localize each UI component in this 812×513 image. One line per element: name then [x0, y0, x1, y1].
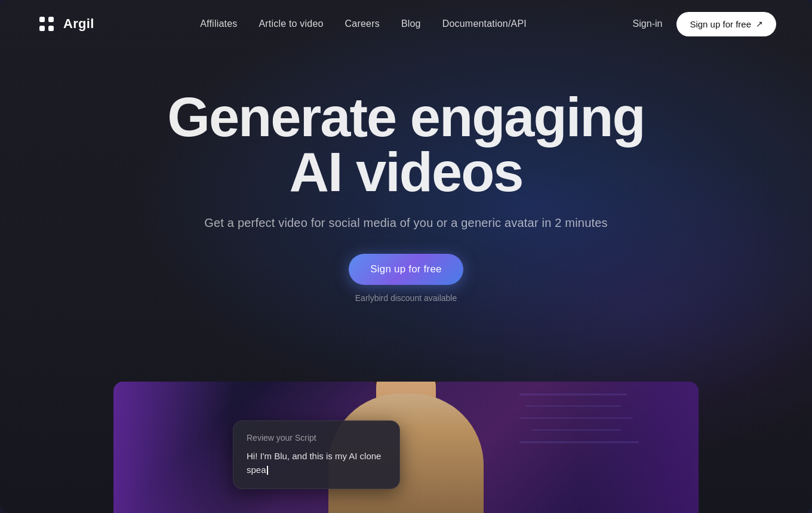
nav-links: Affiliates Article to video Careers Blog… — [200, 19, 527, 29]
svg-rect-1 — [48, 17, 54, 22]
text-cursor — [267, 466, 268, 475]
script-review-card: Review your Script Hi! I'm Blu, and this… — [233, 420, 400, 489]
bg-decoration — [519, 382, 639, 513]
nav-item-docs[interactable]: Documentation/API — [442, 19, 527, 29]
svg-rect-6 — [519, 417, 633, 419]
script-card-text: Hi! I'm Blu, and this is my AI clone spe… — [247, 450, 386, 477]
hero-subtitle: Get a perfect video for social media of … — [204, 216, 608, 230]
hero-title: Generate engaging AI videos — [167, 90, 644, 199]
nav-link-affiliates[interactable]: Affiliates — [200, 19, 237, 29]
nav-link-docs[interactable]: Documentation/API — [442, 19, 527, 29]
signup-button-nav[interactable]: Sign up for free ↗ — [676, 12, 776, 36]
svg-rect-2 — [39, 26, 45, 31]
preview-area: Review your Script Hi! I'm Blu, and this… — [113, 382, 699, 513]
nav-right: Sign-in Sign up for free ↗ — [633, 12, 776, 36]
signup-button-nav-label: Sign up for free — [690, 19, 751, 29]
light-effect-left — [113, 382, 233, 513]
preview-image — [113, 382, 699, 513]
hero-title-line2: AI videos — [289, 142, 522, 202]
earlybird-text: Earlybird discount available — [355, 293, 457, 303]
hero-cta: Sign up for free Earlybird discount avai… — [349, 254, 463, 303]
signup-button-hero[interactable]: Sign up for free — [349, 254, 463, 285]
signup-arrow-icon: ↗ — [756, 19, 763, 29]
svg-rect-5 — [525, 406, 621, 407]
nav-item-article-to-video[interactable]: Article to video — [259, 19, 323, 29]
nav-link-article-to-video[interactable]: Article to video — [259, 19, 323, 29]
svg-rect-4 — [519, 394, 627, 395]
svg-rect-3 — [48, 26, 54, 31]
logo-text: Argil — [63, 16, 94, 32]
sign-in-link[interactable]: Sign-in — [633, 19, 663, 29]
script-card-title: Review your Script — [247, 433, 386, 443]
nav-item-affiliates[interactable]: Affiliates — [200, 19, 237, 29]
logo[interactable]: Argil — [36, 13, 94, 35]
nav-item-blog[interactable]: Blog — [401, 19, 421, 29]
svg-rect-7 — [531, 429, 621, 431]
nav-link-blog[interactable]: Blog — [401, 19, 421, 29]
nav-item-careers[interactable]: Careers — [345, 19, 380, 29]
hero-section: Generate engaging AI videos Get a perfec… — [0, 48, 812, 303]
navbar: Argil Affiliates Article to video Career… — [0, 0, 812, 48]
svg-rect-8 — [519, 441, 639, 443]
nav-link-careers[interactable]: Careers — [345, 19, 380, 29]
logo-icon — [36, 13, 57, 35]
page-wrapper: Argil Affiliates Article to video Career… — [0, 0, 812, 513]
hero-title-line1: Generate engaging — [167, 87, 644, 148]
svg-rect-0 — [39, 17, 45, 22]
